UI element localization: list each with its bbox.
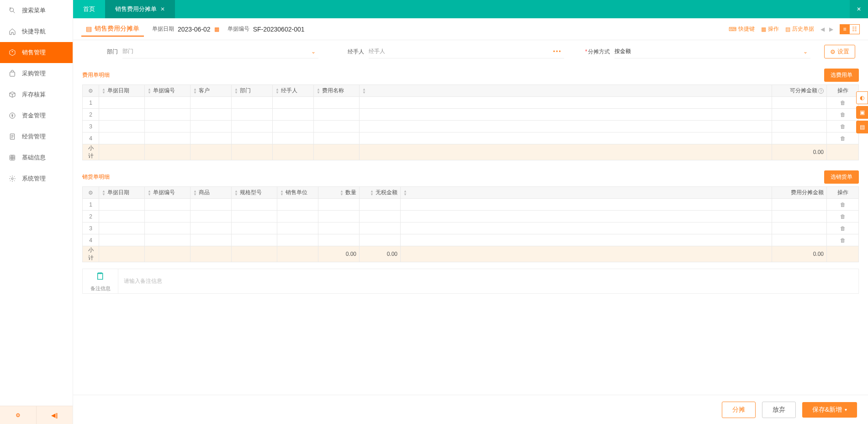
nav-next-button[interactable]: ▶: [829, 26, 833, 32]
gear-icon[interactable]: ⚙: [83, 85, 99, 97]
col-unit[interactable]: ▲▼销售单位: [277, 187, 318, 199]
handler-field[interactable]: 经手人 经手人•••: [332, 45, 565, 58]
dock-item-2[interactable]: ▣: [856, 106, 868, 119]
delete-row-button[interactable]: 🗑: [827, 223, 859, 234]
doc-date-field[interactable]: 单据日期 2023-06-02 ▦: [152, 25, 219, 33]
sidebar-item-basic[interactable]: 基础信息: [0, 147, 73, 168]
sidebar-item-business[interactable]: 经营管理: [0, 126, 73, 147]
tab-home[interactable]: 首页: [73, 0, 105, 18]
delete-row-button[interactable]: 🗑: [827, 211, 859, 223]
col-customer[interactable]: ▲▼客户: [191, 85, 232, 97]
delete-row-button[interactable]: 🗑: [827, 109, 859, 121]
discard-button[interactable]: 放弃: [762, 402, 796, 418]
note-icon: 🗒: [95, 270, 106, 282]
sort-icon: ▲▼: [280, 190, 284, 196]
table-row[interactable]: 2🗑: [83, 211, 859, 223]
delete-row-button[interactable]: 🗑: [827, 199, 859, 211]
table-row[interactable]: 2🗑: [83, 109, 859, 121]
sidebar-item-label: 资金管理: [22, 111, 46, 120]
search-icon: [8, 6, 16, 15]
table-row[interactable]: 1🗑: [83, 97, 859, 109]
gear-icon[interactable]: ⚙: [83, 187, 99, 199]
tab-current[interactable]: 销售费用分摊单 ✕: [105, 0, 175, 18]
select-sales-button[interactable]: 选销货单: [824, 170, 859, 184]
sidebar-item-label: 销售管理: [22, 48, 46, 57]
sidebar-item-sales[interactable]: 销售管理: [0, 42, 73, 63]
history-link[interactable]: ▤历史单据: [785, 25, 814, 33]
table-row[interactable]: 3🗑: [83, 121, 859, 132]
table-row[interactable]: 4🗑: [83, 234, 859, 246]
field-value: 2023-06-02: [178, 26, 211, 33]
col-allocated-amount[interactable]: 费用分摊金额: [772, 187, 827, 199]
col-date[interactable]: ▲▼单据日期: [99, 85, 145, 97]
settings-button[interactable]: ⚙设置: [824, 45, 855, 58]
col-product[interactable]: ▲▼商品: [191, 187, 232, 199]
view-toggle: ≡ ☷: [840, 24, 860, 34]
col-no[interactable]: ▲▼单据编号: [145, 187, 191, 199]
col-handler[interactable]: ▲▼经手人: [273, 85, 314, 97]
select-fee-button[interactable]: 选费用单: [824, 69, 859, 82]
sort-icon: ▲▼: [102, 88, 106, 94]
col-spec[interactable]: ▲▼规格型号: [232, 187, 277, 199]
col-dept[interactable]: ▲▼部门: [232, 85, 273, 97]
footer: 分摊 放弃 保存&新增▾: [73, 395, 868, 424]
ops-link[interactable]: ▦操作: [761, 25, 779, 33]
nav-prev-button[interactable]: ◀: [820, 26, 825, 32]
delete-row-button[interactable]: 🗑: [827, 234, 859, 246]
close-icon: ✕: [857, 6, 861, 12]
table-row[interactable]: 4🗑: [83, 132, 859, 144]
subtotal-amount: 0.00: [772, 246, 827, 262]
delete-row-button[interactable]: 🗑: [827, 97, 859, 109]
delete-row-button[interactable]: 🗑: [827, 132, 859, 144]
sidebar-item-label: 搜索菜单: [22, 6, 46, 15]
sidebar-collapse-button[interactable]: ◀‖: [36, 406, 73, 424]
sales-table: ⚙ ▲▼单据日期 ▲▼单据编号 ▲▼商品 ▲▼规格型号 ▲▼销售单位 ▲▼数量 …: [82, 186, 859, 262]
col-notax-amount[interactable]: ▲▼无税金额: [360, 187, 401, 199]
view-detail-button[interactable]: ☷: [850, 24, 860, 34]
tab-label: 销售费用分摊单: [115, 5, 157, 13]
sidebar-item-label: 库存核算: [22, 90, 46, 99]
remark-input[interactable]: 请输入备注信息: [118, 269, 858, 293]
col-blank: ▲▼: [360, 85, 772, 97]
sidebar-item-label: 快捷导航: [22, 27, 46, 36]
field-value: 按金额: [614, 48, 631, 55]
document-bar: ▤ 销售费用分摊单 单据日期 2023-06-02 ▦ 单据编号 SF-2023…: [73, 18, 868, 40]
doc-icon: [8, 132, 16, 141]
placeholder-text: 部门: [122, 48, 133, 55]
sidebar-settings-button[interactable]: ⚙: [0, 406, 36, 424]
save-new-button[interactable]: 保存&新增▾: [802, 402, 857, 418]
doc-icon: ▤: [86, 25, 92, 32]
gear-icon: ⚙: [830, 48, 836, 55]
sales-section-title: 销货单明细: [82, 173, 110, 181]
col-allocatable-amount[interactable]: 可分摊金额?: [772, 85, 827, 97]
dept-field[interactable]: 部门 部门⌄: [86, 45, 318, 58]
sidebar-item-inventory[interactable]: 库存核算: [0, 84, 73, 105]
sidebar-item-system[interactable]: 系统管理: [0, 168, 73, 189]
tabbar-close-button[interactable]: ✕: [850, 0, 868, 18]
table-row[interactable]: 3🗑: [83, 223, 859, 234]
sidebar-item-funds[interactable]: 资金管理: [0, 105, 73, 126]
col-feename[interactable]: ▲▼费用名称: [314, 85, 360, 97]
sidebar-item-search[interactable]: 搜索菜单: [0, 0, 73, 21]
sidebar-item-quicknav[interactable]: 快捷导航: [0, 21, 73, 42]
field-label: 单据编号: [228, 25, 249, 33]
col-date[interactable]: ▲▼单据日期: [99, 187, 145, 199]
allocate-button[interactable]: 分摊: [722, 402, 756, 418]
method-field[interactable]: *分摊方式 按金额⌄: [578, 45, 810, 58]
dock-item-1[interactable]: ◐: [856, 91, 868, 104]
col-qty[interactable]: ▲▼数量: [318, 187, 360, 199]
fee-table: ⚙ ▲▼单据日期 ▲▼单据编号 ▲▼客户 ▲▼部门 ▲▼经手人 ▲▼费用名称 ▲…: [82, 85, 859, 160]
col-no[interactable]: ▲▼单据编号: [145, 85, 191, 97]
delete-row-button[interactable]: 🗑: [827, 121, 859, 132]
sort-icon: ▲▼: [403, 190, 407, 196]
hotkey-link[interactable]: ⌨快捷键: [729, 25, 755, 33]
table-row[interactable]: 1🗑: [83, 199, 859, 211]
calendar-icon[interactable]: ▦: [214, 26, 219, 32]
help-icon[interactable]: ?: [818, 88, 824, 94]
form-row: 部门 部门⌄ 经手人 经手人••• *分摊方式 按金额⌄ ⚙设置: [73, 40, 868, 65]
sidebar-item-purchase[interactable]: 采购管理: [0, 63, 73, 84]
remark-label: 🗒 备注信息: [83, 269, 118, 293]
dock-item-3[interactable]: ▤: [856, 121, 868, 133]
view-list-button[interactable]: ≡: [840, 24, 850, 34]
close-icon[interactable]: ✕: [160, 6, 165, 12]
